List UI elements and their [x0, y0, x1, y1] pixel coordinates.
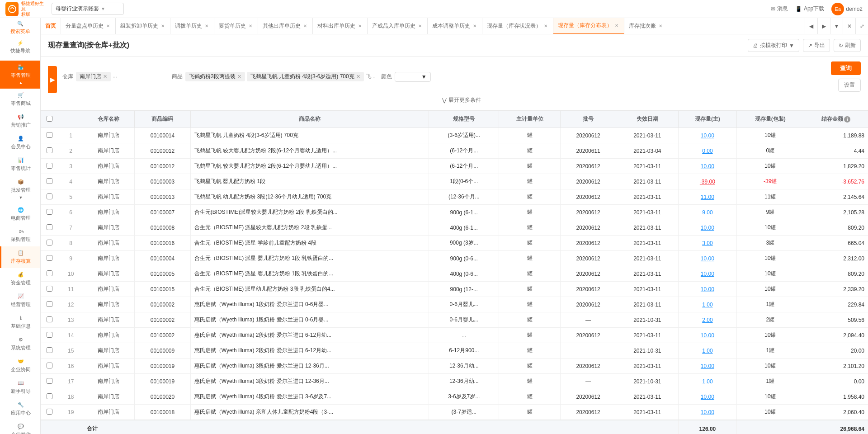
row-checkbox[interactable] — [47, 286, 52, 292]
row-checkbox[interactable] — [47, 147, 52, 153]
row-checkbox[interactable] — [47, 255, 52, 261]
tab-close-icon[interactable]: ✕ — [658, 23, 663, 29]
qty-main-link[interactable]: 1.00 — [702, 378, 712, 385]
refresh-btn[interactable]: ↻ 刷新 — [834, 39, 861, 52]
tab-close-icon[interactable]: ✕ — [248, 23, 253, 29]
sidebar-item-finance[interactable]: 💰 资金管理 — [0, 268, 40, 290]
print-btn[interactable]: 🖨 按模板打印 ▼ — [748, 39, 799, 52]
qty-main-link[interactable]: 10.00 — [701, 271, 714, 277]
filter-toggle-btn[interactable]: ▶ — [48, 66, 57, 93]
qty-main-link[interactable]: 1.00 — [702, 302, 712, 308]
message-btn[interactable]: ✉ 消息 — [771, 5, 788, 13]
info-icon[interactable]: i — [844, 116, 850, 123]
tab-close-icon[interactable]: ✕ — [614, 22, 619, 29]
tab-close-icon[interactable]: ✕ — [472, 23, 477, 29]
tab-disassembly-history[interactable]: 组装拆卸单历史 ✕ — [116, 18, 170, 34]
expand-more-btn[interactable]: ⋁ 展开更多条件 — [62, 94, 861, 106]
tab-product-in-history[interactable]: 产成品入库单历史 ✕ — [368, 18, 428, 34]
tab-split-disc-history[interactable]: 分量盘点单历史 ✕ — [61, 18, 116, 34]
tab-other-out-history[interactable]: 其他出库单历史 ✕ — [258, 18, 313, 34]
sidebar-item-marketing[interactable]: 📢 营销推广 — [0, 110, 40, 132]
sidebar-item-purchase[interactable]: 🛍 采购管理 — [0, 225, 40, 246]
sidebar-item-system[interactable]: ⚙ 系统管理 — [0, 333, 40, 355]
product-filter-more[interactable]: 飞... — [366, 73, 376, 80]
qty-main-link[interactable]: 10.00 — [701, 132, 714, 139]
row-checkbox[interactable] — [47, 270, 52, 276]
row-checkbox[interactable] — [47, 393, 52, 399]
select-all-checkbox[interactable] — [47, 116, 52, 122]
tab-current-stock-dist[interactable]: 现存量（库存分布表） ✕ — [553, 18, 624, 34]
row-checkbox[interactable] — [47, 178, 52, 184]
warehouse-filter-more[interactable]: ··· — [113, 74, 117, 80]
tab-material-out-history[interactable]: 材料出库单历史 ✕ — [313, 18, 368, 34]
row-checkbox[interactable] — [47, 363, 52, 368]
tab-close-icon[interactable]: ✕ — [160, 23, 165, 29]
sidebar-item-new-guide[interactable]: 📖 新手引导 — [0, 377, 40, 398]
tab-home[interactable]: 首页 — [41, 18, 61, 34]
tab-cost-adjust-history[interactable]: 成本调整单历史 ✕ — [428, 18, 482, 34]
export-btn[interactable]: ↗ 导出 — [803, 39, 830, 52]
qty-main-link[interactable]: 10.00 — [701, 332, 714, 339]
color-filter-dropdown[interactable]: ▼ — [395, 72, 431, 82]
tab-maximize-btn[interactable]: ⤢ — [855, 18, 868, 34]
sidebar-item-ecommerce[interactable]: 🌐 电商管理 — [0, 203, 40, 225]
tab-adjustment-history[interactable]: 调拨单历史 ✕ — [170, 18, 214, 34]
product-tag-close-1-icon[interactable]: ✕ — [237, 74, 241, 80]
tab-close-icon[interactable]: ✕ — [204, 23, 209, 29]
tab-close-icon[interactable]: ✕ — [357, 23, 363, 29]
user-area[interactable]: Ea demo2 — [831, 3, 863, 15]
tab-prev-btn[interactable]: ◀ — [805, 18, 817, 34]
qty-main-link[interactable]: 0.00 — [702, 148, 712, 154]
row-checkbox[interactable] — [47, 132, 52, 138]
query-btn[interactable]: 查询 — [831, 61, 861, 75]
sidebar-item-corp-wechat[interactable]: 💬 企业微信 — [0, 420, 40, 434]
tab-close-icon[interactable]: ✕ — [543, 23, 548, 29]
tab-close-icon[interactable]: ✕ — [302, 23, 308, 29]
qty-main-link[interactable]: 2.00 — [702, 317, 712, 323]
row-checkbox[interactable] — [47, 409, 52, 415]
qty-main-link[interactable]: 9.00 — [702, 209, 712, 216]
app-download-btn[interactable]: 📱 App下载 — [795, 5, 824, 13]
tab-current-stock-status[interactable]: 现存量（库存状况表） ✕ — [482, 18, 553, 34]
row-checkbox[interactable] — [47, 193, 52, 199]
qty-main-link[interactable]: 10.00 — [701, 286, 714, 292]
tab-batch-ledger[interactable]: 库存批次账 ✕ — [624, 18, 668, 34]
sidebar-item-wholesale[interactable]: 📦 批发管理 ▼ — [0, 175, 40, 203]
sidebar-item-operation[interactable]: 📈 经营管理 — [0, 290, 40, 311]
qty-main-link[interactable]: 10.00 — [701, 409, 714, 415]
qty-main-link[interactable]: 10.00 — [701, 363, 714, 369]
tab-next-btn[interactable]: ▶ — [817, 18, 830, 34]
row-checkbox[interactable] — [47, 163, 52, 169]
store-selector[interactable]: 母婴行业演示账套 ▼ — [52, 3, 124, 15]
product-tag-close-2-icon[interactable]: ✕ — [356, 74, 360, 80]
row-checkbox[interactable] — [47, 209, 52, 215]
row-checkbox[interactable] — [47, 224, 52, 230]
qty-main-link[interactable]: 1.00 — [702, 348, 712, 354]
row-checkbox[interactable] — [47, 301, 52, 307]
qty-main-link[interactable]: 10.00 — [701, 225, 714, 231]
row-checkbox[interactable] — [47, 240, 52, 245]
sidebar-item-basic-info[interactable]: ℹ 基础信息 — [0, 311, 40, 333]
qty-main-link[interactable]: 10.00 — [701, 394, 714, 400]
sidebar-item-retail-mgmt[interactable]: 🏪 零售管理 ▲ — [0, 61, 40, 89]
warehouse-tag-close-icon[interactable]: ✕ — [103, 74, 107, 80]
settings-btn[interactable]: 设置 — [838, 79, 861, 92]
row-checkbox[interactable] — [47, 332, 52, 338]
row-checkbox[interactable] — [47, 316, 52, 322]
qty-main-link[interactable]: 11.00 — [701, 194, 714, 200]
sidebar-item-app-center[interactable]: 🔧 应用中心 — [0, 398, 40, 420]
sidebar-item-member[interactable]: 👤 会员中心 — [0, 132, 40, 154]
sidebar-item-retail-stats[interactable]: 📊 零售统计 — [0, 154, 40, 175]
qty-main-link[interactable]: -39.00 — [700, 179, 715, 185]
tab-close-all-btn[interactable]: ✕ — [843, 18, 855, 34]
sidebar-item-retail-store[interactable]: 🛒 零售商城 — [0, 89, 40, 110]
tab-close-icon[interactable]: ✕ — [105, 23, 111, 29]
qty-main-link[interactable]: 3.00 — [702, 240, 712, 246]
tab-req-history[interactable]: 要货单历史 ✕ — [214, 18, 258, 34]
sidebar-search[interactable]: 🔍 搜索英单 — [0, 18, 40, 38]
qty-main-link[interactable]: 10.00 — [701, 163, 714, 170]
qty-main-link[interactable]: 10.00 — [701, 255, 714, 262]
sidebar-shortcut[interactable]: ⚡ 快捷导航 — [0, 38, 40, 57]
sidebar-item-inventory[interactable]: 📋 库存核算 — [0, 246, 40, 268]
row-checkbox[interactable] — [47, 347, 52, 353]
